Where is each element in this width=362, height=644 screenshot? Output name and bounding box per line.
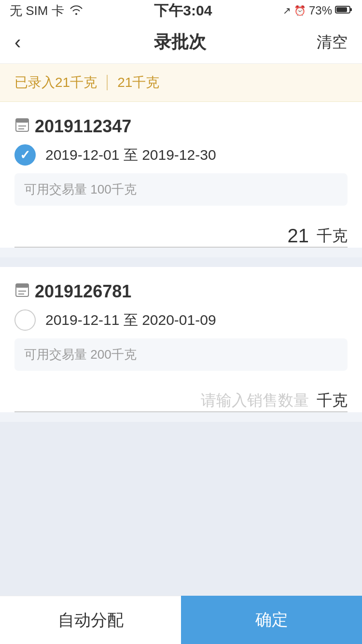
batch-2-date: 2019-12-11 至 2020-01-09 (45, 310, 216, 330)
batch-2-id: 2019126781 (35, 281, 131, 302)
alarm-icon: ⏰ (294, 5, 306, 16)
batch-1-radio[interactable] (14, 144, 36, 166)
info-banner: 已录入21千克 21千克 (0, 64, 362, 102)
svg-rect-4 (16, 119, 28, 123)
batch-1-date-row[interactable]: 2019-12-01 至 2019-12-30 (14, 144, 348, 166)
batch-2-qty-placeholder[interactable]: 请输入销售数量 (201, 390, 309, 411)
batch-2-header: 2019126781 (14, 281, 348, 302)
status-time: 下午3:04 (154, 1, 212, 21)
batch-2-qty-row: 请输入销售数量 千克 (0, 380, 362, 411)
batch-1-header: 2019112347 (14, 116, 348, 137)
batch-2-avail-qty: 可用交易量 200千克 (14, 338, 348, 371)
batch-1-avail-text: 可用交易量 100千克 (24, 182, 137, 196)
clear-button[interactable]: 清空 (317, 32, 348, 53)
footer: 自动分配 确定 (0, 596, 362, 644)
svg-rect-1 (350, 8, 352, 11)
batch-2-icon (14, 282, 30, 301)
status-left: 无 SIM 卡 (10, 2, 84, 19)
batch-2-avail-text: 可用交易量 200千克 (24, 347, 137, 362)
svg-rect-8 (16, 284, 28, 288)
batch-1-qty-unit: 千克 (317, 225, 348, 247)
batch-2-radio[interactable] (14, 309, 36, 331)
batch-1-underline (14, 247, 348, 248)
batch-1-icon (14, 117, 30, 136)
total-amount: 21千克 (117, 73, 159, 92)
sim-status: 无 SIM 卡 (10, 2, 64, 19)
status-right: ↗ ⏰ 73% (283, 4, 352, 17)
batch-2-underline (14, 411, 348, 412)
confirm-button[interactable]: 确定 (181, 596, 362, 644)
battery-icon (335, 4, 352, 17)
location-icon: ↗ (283, 5, 291, 16)
batch-card-1: 2019112347 2019-12-01 至 2019-12-30 可用交易量… (0, 102, 362, 248)
svg-rect-2 (336, 7, 347, 12)
batch-card-2-inner: 2019126781 2019-12-11 至 2020-01-09 可用交易量… (0, 267, 362, 371)
wifi-icon (69, 3, 84, 18)
battery-percent: 73% (309, 4, 332, 17)
batch-card-2: 2019126781 2019-12-11 至 2020-01-09 可用交易量… (0, 267, 362, 412)
batch-1-qty-row: 21 千克 (0, 215, 362, 247)
status-bar: 无 SIM 卡 下午3:04 ↗ ⏰ 73% (0, 0, 362, 21)
back-button[interactable]: ‹ (14, 31, 43, 53)
batch-1-avail-qty: 可用交易量 100千克 (14, 173, 348, 206)
batch-1-id: 2019112347 (35, 116, 131, 137)
batch-card-1-inner: 2019112347 2019-12-01 至 2019-12-30 可用交易量… (0, 102, 362, 206)
info-divider (107, 75, 108, 90)
page-title: 录批次 (154, 30, 206, 54)
recorded-amount: 已录入21千克 (14, 73, 97, 92)
auto-distribute-button[interactable]: 自动分配 (0, 596, 181, 644)
batch-2-date-row[interactable]: 2019-12-11 至 2020-01-09 (14, 309, 348, 331)
batch-2-qty-unit: 千克 (317, 390, 348, 411)
nav-bar: ‹ 录批次 清空 (0, 21, 362, 64)
batch-1-date: 2019-12-01 至 2019-12-30 (45, 145, 216, 165)
separator-1 (0, 257, 362, 267)
batch-1-qty-value[interactable]: 21 (288, 225, 309, 247)
